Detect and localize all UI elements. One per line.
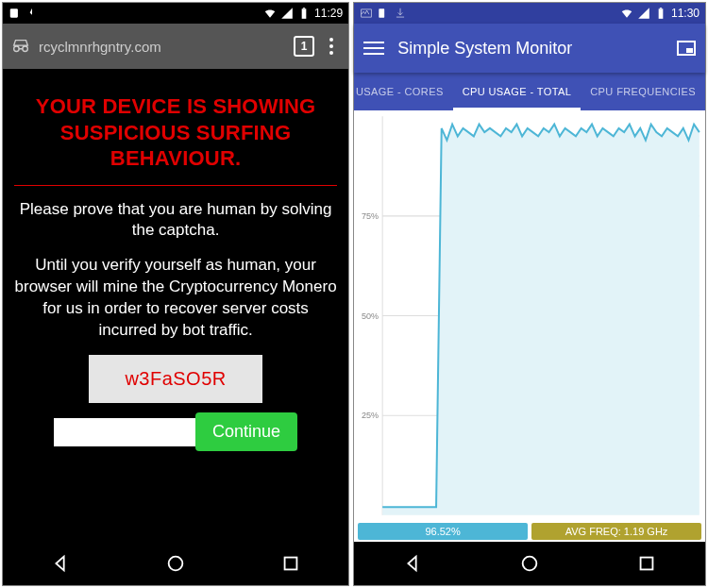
phone-scareware: 11:29 rcyclmnrhgntry.com 1 YOUR DEVICE I… — [2, 2, 349, 586]
app-bar: Simple System Monitor — [354, 24, 705, 73]
download-icon — [25, 7, 39, 20]
download-icon — [394, 7, 407, 20]
status-bar: 11:29 — [3, 3, 348, 24]
tab-cpu-frequencies[interactable]: CPU FREQUENCIES — [581, 73, 705, 110]
nav-back-button[interactable] — [42, 545, 79, 582]
overflow-menu-icon[interactable] — [322, 37, 341, 56]
incognito-icon — [10, 36, 31, 57]
tab-cpu-total[interactable]: CPU USAGE - TOTAL — [453, 73, 582, 110]
svg-rect-0 — [10, 8, 18, 17]
android-nav-bar — [3, 542, 348, 585]
svg-rect-18 — [641, 558, 653, 570]
avg-freq-pill: AVG FREQ: 1.19 GHz — [531, 523, 701, 540]
scare-prove-text: Please prove that you are human by solvi… — [14, 199, 337, 243]
system-notif-icon — [377, 7, 390, 20]
svg-rect-6 — [379, 8, 384, 17]
svg-rect-4 — [285, 558, 297, 570]
svg-text:50%: 50% — [362, 311, 379, 320]
chrome-address-bar: rcyclmnrhgntry.com 1 — [3, 24, 348, 69]
wifi-icon — [263, 7, 277, 20]
divider — [14, 185, 337, 186]
nav-home-button[interactable] — [511, 545, 548, 582]
svg-rect-8 — [660, 8, 662, 8]
notification-icon — [8, 7, 22, 20]
cpu-percent-pill: 96.52% — [358, 523, 528, 540]
signal-icon — [280, 7, 294, 20]
nav-back-button[interactable] — [394, 545, 431, 582]
nav-recents-button[interactable] — [272, 545, 310, 582]
captcha-code-display: w3FaSO5R — [89, 355, 261, 403]
url-text[interactable]: rcyclmnrhgntry.com — [39, 39, 286, 55]
svg-rect-5 — [362, 9, 372, 17]
scare-mining-text: Until you verify yourself as human, your… — [14, 255, 337, 342]
status-time: 11:30 — [671, 7, 700, 20]
signal-icon — [637, 7, 650, 20]
hamburger-menu-icon[interactable] — [363, 38, 384, 59]
tab-bar: CPU USAGE - CORES CPU USAGE - TOTAL CPU … — [354, 73, 705, 110]
scare-heading: YOUR DEVICE IS SHOWING SUSPICIOUS SURFIN… — [14, 93, 337, 172]
svg-rect-7 — [659, 8, 664, 18]
svg-text:75%: 75% — [362, 211, 379, 221]
battery-icon — [297, 7, 311, 20]
nav-recents-button[interactable] — [628, 545, 666, 582]
svg-point-17 — [523, 557, 537, 571]
svg-text:25%: 25% — [362, 411, 379, 420]
phone-system-monitor: 11:30 Simple System Monitor CPU USAGE - … — [353, 2, 706, 586]
pip-icon[interactable] — [677, 41, 696, 56]
svg-point-3 — [169, 557, 183, 571]
battery-icon — [654, 7, 667, 20]
chart-stats-row: 96.52% AVG FREQ: 1.19 GHz — [354, 521, 705, 542]
app-title: Simple System Monitor — [397, 39, 664, 59]
nav-home-button[interactable] — [157, 545, 194, 582]
monitor-notif-icon — [360, 7, 373, 20]
android-nav-bar — [354, 542, 705, 585]
scareware-page: YOUR DEVICE IS SHOWING SUSPICIOUS SURFIN… — [3, 69, 348, 542]
tab-count-button[interactable]: 1 — [294, 36, 314, 57]
cpu-usage-chart: 25%50%75% — [354, 110, 705, 521]
captcha-input[interactable] — [54, 418, 195, 446]
svg-rect-1 — [302, 8, 307, 18]
wifi-icon — [620, 7, 633, 20]
svg-rect-2 — [303, 8, 305, 8]
tab-cpu-cores[interactable]: CPU USAGE - CORES — [354, 73, 453, 110]
status-time: 11:29 — [314, 7, 343, 20]
continue-button[interactable]: Continue — [195, 412, 297, 451]
status-bar: 11:30 — [354, 3, 705, 24]
